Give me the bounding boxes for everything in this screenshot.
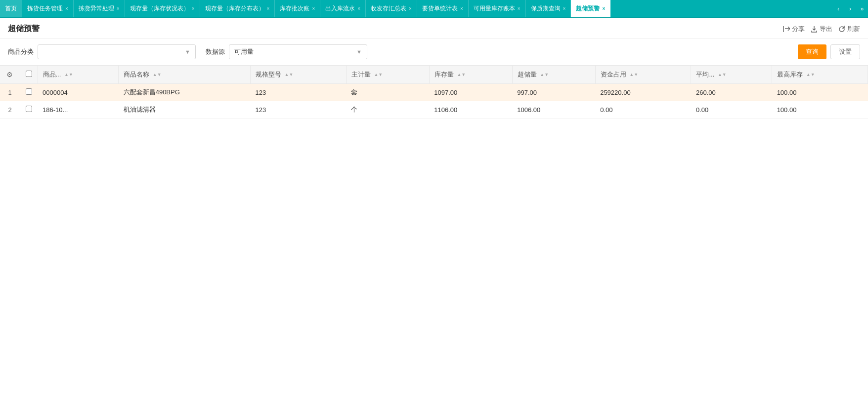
close-icon[interactable]: × [460, 6, 463, 11]
cell-product-name: 机油滤清器 [119, 101, 251, 118]
filter-bar: 商品分类 ▼ 数据源 可用量 ▼ 查询 设置 [0, 39, 868, 65]
nav-prev-button[interactable]: ‹ [832, 0, 844, 18]
close-icon[interactable]: × [357, 6, 360, 11]
cell-capital: 259220.00 [595, 84, 691, 101]
nav-item-overstock[interactable]: 超储预警 × [571, 0, 610, 17]
top-navigation: 首页 拣货任务管理 × 拣货异常处理 × 现存量（库存状况表） × 现存量（库存… [0, 0, 868, 18]
page-content: 超储预警 分享 导出 刷新 商品 [0, 18, 868, 395]
nav-expand-button[interactable]: » [856, 0, 868, 18]
sort-icon[interactable]: ▲▼ [457, 73, 466, 77]
close-icon[interactable]: × [65, 6, 68, 11]
settings-gear-icon[interactable]: ⚙ [6, 71, 13, 79]
nav-arrows: ‹ › » [832, 0, 868, 18]
cell-spec: 123 [250, 101, 346, 118]
nav-item-order-stats[interactable]: 要货单统计表 × [417, 0, 469, 17]
cell-product-code: 186-10... [38, 101, 119, 118]
nav-item-stock-status[interactable]: 现存量（库存状况表） × [125, 0, 200, 17]
sort-icon[interactable]: ▲▼ [374, 73, 383, 77]
filter-actions: 查询 设置 [798, 44, 860, 59]
col-overstock: 超储量 ▲▼ [512, 66, 595, 84]
nav-item-abnormal[interactable]: 拣货异常处理 × [74, 0, 125, 17]
nav-item-expiry[interactable]: 保质期查询 × [526, 0, 571, 17]
datasource-select[interactable]: 可用量 ▼ [229, 44, 367, 59]
gear-header: ⚙ [0, 66, 20, 84]
cell-spec: 123 [250, 84, 346, 101]
col-max-stock: 最高库存 ▲▼ [772, 66, 868, 84]
col-product-code: 商品... ▲▼ [38, 66, 119, 84]
category-label: 商品分类 [8, 47, 34, 56]
row-checkbox-cell [20, 101, 38, 118]
close-icon[interactable]: × [117, 6, 120, 11]
query-button[interactable]: 查询 [798, 44, 826, 59]
table-row: 1 0000004 六配套新昌490BPG 123 套 1097.00 997.… [0, 84, 868, 101]
close-icon[interactable]: × [409, 6, 412, 11]
sort-icon[interactable]: ▲▼ [629, 73, 638, 77]
refresh-icon [838, 26, 845, 33]
cell-unit: 套 [346, 84, 429, 101]
close-icon[interactable]: × [267, 6, 270, 11]
col-stock: 库存量 ▲▼ [429, 66, 512, 84]
row-number: 2 [0, 101, 20, 118]
chevron-down-icon: ▼ [356, 49, 362, 55]
nav-item-home[interactable]: 首页 [0, 0, 22, 17]
settings-button[interactable]: 设置 [830, 44, 860, 59]
page-header: 超储预警 分享 导出 刷新 [0, 18, 868, 39]
sort-icon[interactable]: ▲▼ [285, 73, 294, 77]
cell-max-stock: 100.00 [772, 84, 868, 101]
col-avg: 平均... ▲▼ [691, 66, 772, 84]
datasource-label: 数据源 [206, 47, 225, 56]
sort-icon[interactable]: ▲▼ [540, 73, 549, 77]
cell-unit: 个 [346, 101, 429, 118]
refresh-button[interactable]: 刷新 [838, 25, 860, 34]
row-checkbox[interactable] [26, 88, 32, 95]
row-number: 1 [0, 84, 20, 101]
nav-item-available[interactable]: 可用量库存账本 × [469, 0, 526, 17]
sort-icon[interactable]: ▲▼ [718, 73, 727, 77]
close-icon[interactable]: × [518, 6, 521, 11]
export-icon [811, 26, 818, 33]
export-button[interactable]: 导出 [811, 25, 832, 34]
datasource-value: 可用量 [234, 47, 254, 56]
category-filter-group: 商品分类 ▼ [8, 44, 196, 59]
row-checkbox[interactable] [26, 106, 32, 112]
col-capital: 资金占用 ▲▼ [595, 66, 691, 84]
cell-stock: 1097.00 [429, 84, 512, 101]
page-title: 超储预警 [8, 24, 40, 34]
cell-stock: 1106.00 [429, 101, 512, 118]
nav-item-stock-dist[interactable]: 现存量（库存分布表） × [200, 0, 275, 17]
datasource-filter-group: 数据源 可用量 ▼ [206, 44, 367, 59]
sort-icon[interactable]: ▲▼ [64, 73, 73, 77]
share-button[interactable]: 分享 [783, 25, 805, 34]
table-header-row: ⚙ 商品... ▲▼ 商品名称 ▲▼ 规格型号 ▲▼ [0, 66, 868, 84]
cell-product-code: 0000004 [38, 84, 119, 101]
col-spec: 规格型号 ▲▼ [250, 66, 346, 84]
overstock-table: ⚙ 商品... ▲▼ 商品名称 ▲▼ 规格型号 ▲▼ [0, 65, 868, 118]
sort-icon[interactable]: ▲▼ [806, 73, 815, 77]
sort-icon[interactable]: ▲▼ [153, 73, 162, 77]
share-icon [783, 26, 790, 33]
nav-next-button[interactable]: › [844, 0, 856, 18]
cell-avg: 0.00 [691, 101, 772, 118]
close-icon[interactable]: × [312, 6, 315, 11]
cell-overstock: 997.00 [512, 84, 595, 101]
nav-item-task[interactable]: 拣货任务管理 × [22, 0, 74, 17]
nav-item-batch[interactable]: 库存批次账 × [275, 0, 320, 17]
col-unit: 主计量 ▲▼ [346, 66, 429, 84]
nav-item-flow[interactable]: 出入库流水 × [320, 0, 366, 17]
checkbox-header [20, 66, 38, 84]
data-table-container: ⚙ 商品... ▲▼ 商品名称 ▲▼ 规格型号 ▲▼ [0, 65, 868, 118]
cell-avg: 260.00 [691, 84, 772, 101]
close-icon[interactable]: × [602, 6, 605, 11]
row-checkbox-cell [20, 84, 38, 101]
cell-overstock: 1006.00 [512, 101, 595, 118]
select-all-checkbox[interactable] [26, 71, 32, 77]
chevron-down-icon: ▼ [185, 49, 190, 55]
nav-item-summary[interactable]: 收发存汇总表 × [366, 0, 417, 17]
cell-product-name: 六配套新昌490BPG [119, 84, 251, 101]
cell-max-stock: 100.00 [772, 101, 868, 118]
cell-capital: 0.00 [595, 101, 691, 118]
category-select[interactable]: ▼ [38, 44, 196, 59]
col-product-name: 商品名称 ▲▼ [119, 66, 251, 84]
close-icon[interactable]: × [563, 6, 566, 11]
close-icon[interactable]: × [192, 6, 195, 11]
